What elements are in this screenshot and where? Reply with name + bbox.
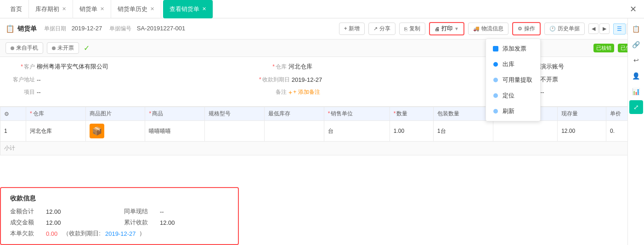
sidebar-user-icon[interactable]: 👤 — [629, 69, 643, 83]
due-prefix: （收款到期日: — [63, 229, 101, 238]
tab-home-label: 首页 — [10, 5, 22, 13]
add-note-icon: + — [288, 89, 292, 96]
sidebar-doc-icon[interactable]: 📋 — [629, 22, 643, 36]
nav-arrows: ◀ ▶ — [588, 23, 610, 34]
customer-label: 客户 — [7, 63, 35, 71]
tab-history-close[interactable]: ✕ — [150, 6, 154, 12]
dropdown-refresh[interactable]: 刷新 — [486, 103, 540, 119]
print-button[interactable]: 🖨 打印 ▼ — [429, 22, 464, 35]
total-value: 12.00 — [46, 208, 61, 215]
col-sales-unit: 销售单位 — [324, 107, 390, 121]
table-area: ⚙ 仓库 商品图片 商品 规格型号 最低库存 销售单位 数量 包装数量 可用量 … — [0, 107, 644, 155]
window-close-button[interactable]: ✕ — [626, 4, 640, 14]
cell-stock: 12.00 — [558, 121, 606, 142]
prev-arrow[interactable]: ◀ — [588, 23, 599, 34]
sidebar-chart-icon[interactable]: 📊 — [629, 85, 643, 98]
cumulative-row: 累计收款 12.00 — [124, 218, 229, 227]
sidebar-expand-icon[interactable]: ⤢ — [629, 100, 643, 114]
dropdown-outbound[interactable]: 出库 — [486, 57, 540, 72]
col-settings: ⚙ — [0, 107, 26, 121]
add-note-label: + 添加备注 — [293, 88, 320, 96]
tab-sales-order[interactable]: 销货单 ✕ — [73, 0, 111, 18]
add-invoice-label: 添加发票 — [503, 45, 526, 53]
settlement-label: 同单现结 — [124, 207, 156, 216]
tab-inventory-label: 库存期初 — [35, 5, 59, 13]
operate-label: 操作 — [524, 25, 535, 33]
transaction-value: 12.00 — [46, 219, 61, 226]
view-list-btn[interactable]: ☰ — [613, 23, 626, 34]
from-phone-btn[interactable]: 来自手机 — [6, 42, 43, 54]
project-label: 项目 — [7, 88, 35, 96]
due-suffix: ） — [139, 229, 145, 238]
payment-date-value: 2019-12-27 — [292, 76, 322, 83]
sidebar-return-icon[interactable]: ↩ — [629, 53, 643, 67]
new-label: + 新增 — [344, 25, 360, 33]
extract-icon — [492, 77, 499, 83]
note-label: 备注 — [259, 88, 287, 96]
tab-view-sales[interactable]: 查看销货单 ✕ — [163, 0, 213, 18]
col-min-stock: 最低库存 — [264, 107, 324, 121]
cell-sales-unit: 台 — [324, 121, 390, 142]
locate-label: 定位 — [503, 91, 514, 100]
new-button[interactable]: + 新增 — [339, 23, 365, 35]
settings-icon[interactable]: ⚙ — [4, 111, 9, 117]
cumulative-label: 累计收款 — [124, 218, 156, 227]
doc-header: 📋 销货单 单据日期 2019-12-27 单据编号 SA-20191227-0… — [0, 18, 644, 40]
number-value: SA-20191227-001 — [137, 25, 186, 32]
operate-container: ⚙ 操作 添加发票 — [512, 22, 541, 35]
col-warehouse: 仓库 — [26, 107, 85, 121]
doc-actions: + 新增 ↗ 分享 ⎘ 复制 🖨 打印 ▼ 🚚 物流信息 — [339, 22, 638, 35]
phone-dot — [11, 46, 14, 50]
due-date-value: 2019-12-27 — [105, 230, 136, 237]
share-button[interactable]: ↗ 分享 — [368, 23, 395, 35]
warehouse-value: 河北仓库 — [288, 63, 312, 71]
total-label: 金额合计 — [10, 207, 42, 216]
tab-view-label: 查看销货单 — [169, 5, 199, 13]
payment-grid: 金额合计 12.00 同单现结 -- 成交金额 12.00 累计收款 12.00 — [10, 207, 229, 238]
tab-inventory-init[interactable]: 库存期初 ✕ — [29, 0, 73, 18]
date-value: 2019-12-27 — [72, 25, 102, 32]
dropdown-locate[interactable]: 定位 — [486, 88, 540, 103]
tab-sales-label: 销货单 — [79, 5, 97, 13]
tab-home[interactable]: 首页 — [4, 0, 29, 18]
locate-icon — [492, 92, 499, 99]
check-circle-icon: ✓ — [83, 44, 90, 52]
not-open-ticket-btn[interactable]: 未开票 — [47, 42, 79, 54]
refresh-label: 刷新 — [503, 107, 514, 115]
share-label: 分享 — [379, 25, 390, 33]
add-note-btn[interactable]: + + 添加备注 — [288, 88, 320, 96]
tab-view-close[interactable]: ✕ — [202, 6, 206, 12]
dropdown-available-extract[interactable]: 可用量提取 — [486, 72, 540, 88]
dropdown-add-invoice[interactable]: 添加发票 — [486, 41, 540, 57]
next-arrow[interactable]: ▶ — [599, 23, 610, 34]
warehouse-label: 仓库 — [259, 63, 287, 71]
operate-button[interactable]: ⚙ 操作 — [512, 22, 541, 35]
warehouse-field: 仓库 河北仓库 — [259, 63, 511, 71]
tab-sales-close[interactable]: ✕ — [100, 6, 104, 12]
staff-value: 演示账号 — [540, 63, 564, 71]
date-label: 单据日期 — [44, 25, 66, 32]
address-label: 客户地址 — [7, 76, 35, 84]
col-stock: 现存量 — [558, 107, 606, 121]
product-image: 📦 — [90, 124, 104, 138]
tab-sales-history[interactable]: 销货单历史 ✕ — [111, 0, 161, 18]
sidebar-link-icon[interactable]: 🔗 — [629, 38, 643, 51]
cell-pack-qty: 1台 — [433, 121, 493, 142]
history-button[interactable]: 🕐 历史单据 — [544, 23, 585, 35]
payment-date-label: 收款到期日 — [259, 76, 290, 84]
cumulative-value: 12.00 — [160, 219, 175, 226]
project-value: -- — [37, 89, 41, 96]
note-field: 备注 + + 添加备注 — [259, 88, 511, 96]
transaction-label: 成交金额 — [10, 218, 42, 227]
toolbar-row: 来自手机 未开票 ✓ 已核销 已生效 — [0, 40, 644, 57]
table-row: 1 河北仓库 📦 嘻嘻嘻嘻 台 1.00 1台 12.00 0. — [0, 121, 644, 142]
form-area: 客户 柳州粤港平安气体有限公司 仓库 河北仓库 业务员 演示账号 客户地址 -- — [0, 57, 644, 107]
form-row-2: 客户地址 -- 收款到期日 2019-12-27 票据类型 不开票 — [7, 75, 637, 84]
copy-button[interactable]: ⎘ 复制 — [399, 23, 425, 35]
logistics-button[interactable]: 🚚 物流信息 — [468, 23, 508, 35]
ticket-type-value: 不开票 — [540, 75, 558, 84]
outbound-icon — [492, 61, 499, 68]
extract-label: 可用量提取 — [503, 76, 532, 84]
doc-title-area: 📋 销货单 — [6, 24, 37, 33]
tab-inventory-close[interactable]: ✕ — [62, 6, 66, 12]
